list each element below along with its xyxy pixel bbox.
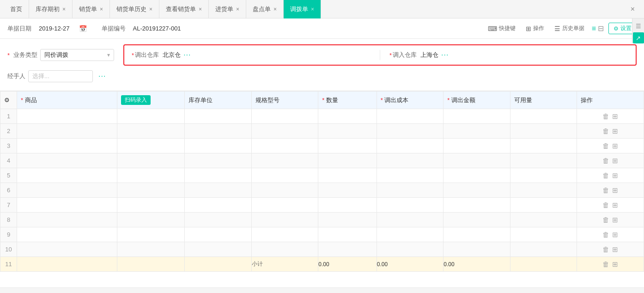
transfer-out-value[interactable]: 北京仓 — [163, 51, 181, 59]
tab-view-sales[interactable]: 查看销货单 × — [159, 0, 209, 18]
qty-cell[interactable] — [318, 227, 377, 242]
transfer-out-more-icon[interactable]: ··· — [183, 51, 191, 59]
avail-cell[interactable] — [510, 227, 577, 242]
copy-icon[interactable]: ⊞ — [612, 157, 618, 165]
delete-icon[interactable]: 🗑 — [602, 231, 609, 238]
goods-cell[interactable] — [17, 183, 117, 198]
delete-icon[interactable]: 🗑 — [602, 245, 609, 253]
avail-cell[interactable] — [510, 242, 577, 257]
delete-icon[interactable]: 🗑 — [602, 260, 609, 268]
operator-select[interactable]: 选择... — [28, 70, 93, 82]
scan-entry-button[interactable]: 扫码录入 — [121, 95, 151, 105]
copy-icon[interactable]: ⊞ — [612, 186, 618, 195]
qty-cell[interactable] — [318, 198, 377, 213]
cost-cell[interactable] — [377, 109, 444, 124]
unit-cell[interactable] — [185, 153, 252, 168]
layout-grid-icon[interactable]: ⊟ — [598, 24, 604, 33]
amount-cell[interactable] — [444, 213, 510, 227]
scan-cell[interactable] — [117, 242, 184, 257]
scan-cell[interactable] — [117, 198, 184, 213]
copy-icon[interactable]: ⊞ — [612, 245, 618, 254]
avail-cell[interactable] — [510, 183, 577, 198]
spec-cell[interactable] — [251, 139, 318, 153]
cost-cell[interactable] — [377, 139, 444, 153]
amount-cell[interactable] — [444, 109, 510, 124]
spec-cell[interactable] — [251, 242, 318, 257]
cost-cell[interactable] — [377, 124, 444, 139]
spec-cell[interactable] — [251, 153, 318, 168]
scan-cell[interactable] — [117, 153, 184, 168]
qty-cell[interactable] — [318, 153, 377, 168]
tab-purchase-order[interactable]: 进货单 × — [209, 0, 246, 18]
spec-cell[interactable] — [251, 124, 318, 139]
qty-cell[interactable] — [318, 213, 377, 227]
goods-cell[interactable] — [17, 139, 117, 153]
unit-cell[interactable] — [185, 183, 252, 198]
amount-cell[interactable] — [444, 153, 510, 168]
unit-cell[interactable] — [185, 124, 252, 139]
copy-icon[interactable]: ⊞ — [612, 142, 618, 150]
date-value[interactable]: 2019-12-27 — [39, 25, 70, 32]
spec-cell[interactable] — [251, 168, 318, 183]
delete-icon[interactable]: 🗑 — [602, 171, 609, 179]
avail-cell[interactable] — [510, 213, 577, 227]
goods-cell[interactable] — [17, 109, 117, 124]
tab-home[interactable]: 首页 — [4, 0, 29, 18]
qty-cell[interactable] — [318, 139, 377, 153]
calendar-icon[interactable]: 📅 — [79, 25, 87, 32]
scan-cell[interactable] — [117, 109, 184, 124]
unit-cell[interactable] — [185, 242, 252, 257]
settings-gear-icon[interactable]: ⚙ — [4, 97, 10, 104]
copy-icon[interactable]: ⊞ — [612, 231, 618, 239]
shortcut-button[interactable]: ⌨ 快捷键 — [485, 24, 518, 33]
amount-cell[interactable] — [444, 227, 510, 242]
tab-close-purchase-order[interactable]: × — [236, 6, 239, 12]
copy-icon[interactable]: ⊞ — [612, 127, 618, 135]
goods-cell[interactable] — [17, 227, 117, 242]
scan-cell[interactable] — [117, 227, 184, 242]
tab-stocktake[interactable]: 盘点单 × — [246, 0, 284, 18]
avail-cell[interactable] — [510, 198, 577, 213]
avail-cell[interactable] — [510, 153, 577, 168]
copy-icon[interactable]: ⊞ — [612, 216, 618, 224]
amount-cell[interactable] — [444, 124, 510, 139]
qty-cell[interactable] — [318, 183, 377, 198]
tab-close-sales-order[interactable]: × — [100, 6, 103, 12]
avail-cell[interactable] — [510, 168, 577, 183]
cost-cell[interactable] — [377, 242, 444, 257]
col-settings-header[interactable]: ⚙ — [0, 92, 17, 109]
tab-inventory-init[interactable]: 库存期初 × — [29, 0, 73, 18]
avail-cell[interactable] — [510, 139, 577, 153]
doc-no-value[interactable]: AL-20191227-001 — [133, 25, 181, 32]
qty-cell[interactable] — [318, 109, 377, 124]
copy-icon[interactable]: ⊞ — [612, 260, 618, 269]
goods-cell[interactable] — [17, 168, 117, 183]
avail-cell[interactable] — [510, 109, 577, 124]
unit-cell[interactable] — [185, 168, 252, 183]
tab-close-view-sales[interactable]: × — [199, 6, 202, 12]
scan-cell[interactable] — [117, 183, 184, 198]
unit-cell[interactable] — [185, 213, 252, 227]
biz-type-select[interactable]: 同价调拨 ▾ — [40, 49, 114, 61]
spec-cell[interactable] — [251, 183, 318, 198]
history-button[interactable]: ☰ 历史单据 — [552, 24, 587, 33]
cost-cell[interactable] — [377, 168, 444, 183]
amount-cell[interactable] — [444, 242, 510, 257]
scan-cell[interactable] — [117, 139, 184, 153]
delete-icon[interactable]: 🗑 — [602, 216, 609, 224]
cost-cell[interactable] — [377, 153, 444, 168]
goods-cell[interactable] — [17, 213, 117, 227]
spec-cell[interactable] — [251, 198, 318, 213]
unit-cell[interactable] — [185, 198, 252, 213]
bottom-scrollbar[interactable] — [0, 287, 644, 293]
copy-icon[interactable]: ⊞ — [612, 112, 618, 121]
tab-sales-history[interactable]: 销货单历史 × — [110, 0, 159, 18]
tab-sales-order[interactable]: 销货单 × — [73, 0, 110, 18]
unit-cell[interactable] — [185, 227, 252, 242]
delete-icon[interactable]: 🗑 — [602, 186, 609, 194]
operator-more-icon[interactable]: ··· — [98, 72, 106, 80]
delete-icon[interactable]: 🗑 — [602, 112, 609, 120]
tab-transfer[interactable]: 调拨单 × — [284, 0, 321, 18]
delete-icon[interactable]: 🗑 — [602, 127, 609, 135]
delete-icon[interactable]: 🗑 — [602, 142, 609, 150]
